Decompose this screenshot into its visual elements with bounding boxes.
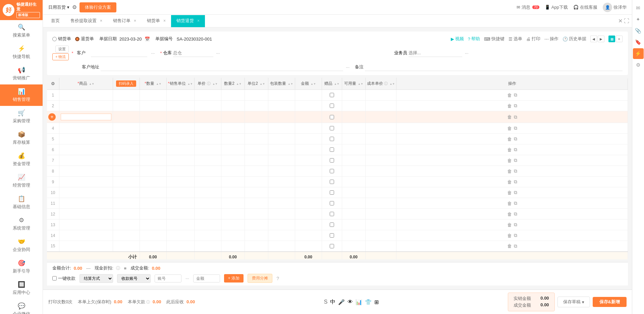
- footer-icon-3[interactable]: 🎤: [338, 299, 345, 305]
- dropdown-arrow-icon-draft[interactable]: ▾: [582, 300, 584, 305]
- sidebar-item-sales[interactable]: 📊 销售管理: [0, 84, 43, 106]
- save-new-btn[interactable]: 保存&新增: [593, 297, 627, 307]
- message-btn[interactable]: ✉ 消息 70: [517, 4, 539, 10]
- copy12[interactable]: ⧉: [514, 211, 517, 217]
- payment-method-select[interactable]: 结算方式: [79, 274, 113, 283]
- tab-sales-return[interactable]: 销货退货 ×: [171, 15, 205, 27]
- copy11[interactable]: ⧉: [514, 200, 517, 206]
- gift-checkbox-11[interactable]: [330, 201, 334, 205]
- sort-product-icon[interactable]: ▲▼: [89, 82, 94, 85]
- add-payment-btn[interactable]: + 添加: [224, 274, 244, 282]
- gift-checkbox-4[interactable]: [330, 126, 334, 130]
- del8[interactable]: 🗑: [507, 168, 512, 174]
- warehouse-more-icon[interactable]: ···: [216, 51, 220, 56]
- calendar-icon[interactable]: 📅: [145, 37, 150, 42]
- gift-checkbox-3[interactable]: [330, 115, 334, 119]
- copy13[interactable]: ⧉: [514, 222, 517, 228]
- copy-row-2-btn[interactable]: ⧉: [514, 103, 517, 109]
- gift-checkbox-5[interactable]: [330, 137, 334, 141]
- history-prev-btn[interactable]: ◀: [590, 36, 597, 42]
- delete-row-3-btn[interactable]: 🗑: [507, 114, 512, 120]
- footer-icon-2[interactable]: 中: [330, 299, 335, 306]
- right-panel-note-btn[interactable]: ✉: [633, 3, 644, 13]
- product-cell-2[interactable]: [59, 101, 113, 111]
- save-draft-btn[interactable]: 保存草稿 ▾: [557, 297, 590, 307]
- sidebar-item-wechat[interactable]: 💬 企业微信: [0, 299, 43, 314]
- debt-info-icon[interactable]: ⓘ: [146, 300, 150, 304]
- copy10[interactable]: ⧉: [514, 190, 517, 195]
- sort-pkgqty-icon[interactable]: ▲▼: [288, 82, 293, 85]
- sidebar-item-system[interactable]: ⚙ 系统管理: [0, 213, 43, 235]
- logistics-btn[interactable]: + 物流: [52, 53, 69, 60]
- p6[interactable]: [59, 144, 113, 155]
- del10[interactable]: 🗑: [507, 190, 512, 195]
- p5[interactable]: [59, 134, 113, 144]
- p9[interactable]: [59, 177, 113, 187]
- del11[interactable]: 🗑: [507, 200, 512, 206]
- footer-icon-1[interactable]: S: [324, 299, 328, 305]
- tab-price-setting[interactable]: 售价提取设置 ×: [65, 15, 108, 27]
- payment-amount-input[interactable]: [193, 274, 220, 282]
- copy8[interactable]: ⧉: [514, 168, 517, 174]
- pkg-qty-cell-3[interactable]: [268, 111, 295, 123]
- sidebar-item-basic-info[interactable]: 📋 基础信息: [0, 192, 43, 213]
- gift-checkbox-9[interactable]: [330, 180, 334, 184]
- del6[interactable]: 🗑: [507, 147, 512, 152]
- del4[interactable]: 🗑: [507, 125, 512, 131]
- gift-checkbox-15[interactable]: [330, 244, 334, 248]
- cost-price-info-icon[interactable]: ⓘ: [384, 81, 388, 85]
- qty-cell-3[interactable]: [140, 111, 166, 123]
- copy9[interactable]: ⧉: [514, 179, 517, 185]
- sidebar-item-app-center[interactable]: 🔲 应用中心: [0, 277, 43, 299]
- product-cell-1[interactable]: [59, 90, 113, 101]
- gift-checkbox-14[interactable]: [330, 233, 334, 238]
- radio-sales-bill[interactable]: 销货单: [52, 36, 71, 42]
- customer-input[interactable]: [91, 49, 147, 57]
- sort-available-icon[interactable]: ▲▼: [358, 82, 363, 85]
- address-more-icon[interactable]: ···: [346, 65, 350, 70]
- grid-view-btn[interactable]: ▦: [608, 36, 615, 42]
- unit-cell-3[interactable]: [166, 111, 194, 123]
- right-panel-clip-btn[interactable]: 📎: [633, 25, 644, 36]
- history-next-btn[interactable]: ▶: [598, 36, 604, 42]
- online-service-btn[interactable]: 🎧 在线客服: [573, 4, 597, 10]
- footer-icon-5[interactable]: 📊: [356, 299, 362, 305]
- gift-checkbox-7[interactable]: [330, 158, 334, 163]
- right-panel-settings-btn[interactable]: ⚙: [633, 60, 644, 70]
- sort-price-icon[interactable]: ▲▼: [212, 82, 218, 85]
- p13[interactable]: [59, 219, 113, 230]
- sort-unit-icon[interactable]: ▲▼: [187, 82, 193, 85]
- price-cell-3[interactable]: [194, 111, 221, 123]
- tab-sales-order[interactable]: 销售订单 ×: [108, 15, 142, 27]
- gift-cell-2[interactable]: [322, 101, 342, 111]
- unit2-cell-2[interactable]: [245, 101, 268, 111]
- close-sales-bill-tab-icon[interactable]: ×: [163, 18, 166, 23]
- price-cell-1[interactable]: [194, 90, 221, 101]
- right-panel-active-btn[interactable]: ⚡: [633, 48, 644, 59]
- scan-input-btn[interactable]: 扫码录入: [116, 80, 136, 87]
- delete-row-1-btn[interactable]: 🗑: [507, 92, 512, 98]
- video-help-btn[interactable]: ▶ 视频: [451, 36, 464, 42]
- p15[interactable]: [59, 241, 113, 252]
- one-click-payment-checkbox[interactable]: [52, 276, 57, 280]
- app-download-btn[interactable]: 📱 App下载: [545, 4, 568, 10]
- sidebar-item-purchase[interactable]: 🛒 采购管理: [0, 106, 43, 127]
- operate-btn[interactable]: ⋯ 操作: [544, 36, 558, 42]
- user-profile-btn[interactable]: 👤 徐泽华: [603, 3, 627, 12]
- radio-return-bill[interactable]: 退货单: [75, 36, 94, 42]
- expense-info-icon[interactable]: ?: [276, 276, 279, 281]
- qty2-cell-2[interactable]: [221, 101, 245, 111]
- sidebar-item-inventory[interactable]: 📦 库存核算: [0, 127, 43, 149]
- gift-cell-3[interactable]: [322, 111, 342, 123]
- help-btn[interactable]: ? 帮助: [468, 36, 480, 42]
- sort-qty-icon[interactable]: ▲▼: [156, 82, 161, 85]
- sort-cost-icon[interactable]: ▲▼: [389, 82, 395, 85]
- sidebar-item-quick-nav[interactable]: ⚡ 快捷导航: [0, 42, 43, 63]
- list-view-btn[interactable]: ≡: [616, 36, 623, 42]
- p4[interactable]: [59, 123, 113, 134]
- del14[interactable]: 🗑: [507, 233, 512, 238]
- unit2-cell-3[interactable]: [245, 111, 268, 123]
- copy-row-1-btn[interactable]: ⧉: [514, 92, 517, 98]
- product-cell-3[interactable]: [59, 111, 113, 123]
- del12[interactable]: 🗑: [507, 211, 512, 217]
